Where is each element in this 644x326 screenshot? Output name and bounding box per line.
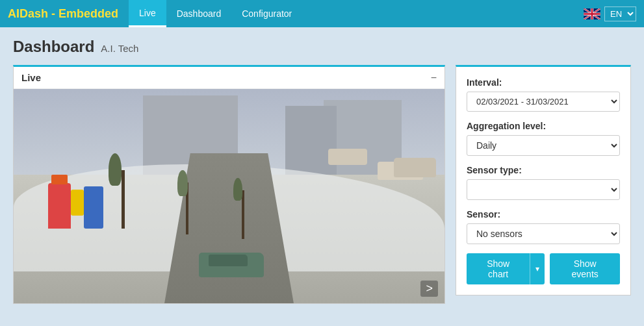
show-chart-button[interactable]: Show chart — [467, 253, 530, 284]
brand-prefix: AI — [8, 7, 19, 20]
show-chart-dropdown-button[interactable]: ▾ — [530, 253, 545, 284]
language-select[interactable]: EN — [604, 6, 636, 21]
main-layout: Live − — [13, 65, 631, 304]
car-2 — [394, 158, 436, 177]
aggregation-select[interactable]: Daily Weekly Monthly Hourly — [467, 135, 620, 156]
sensor-type-label: Sensor type: — [467, 165, 620, 175]
interval-select[interactable]: 02/03/2021 - 31/03/2021 — [467, 92, 620, 112]
navbar: AIDash - Embedded Live Dashboard Configu… — [0, 0, 644, 27]
video-scene: > — [14, 89, 444, 303]
live-video-container: > — [14, 89, 444, 303]
car-3 — [328, 149, 367, 165]
flag-icon — [584, 8, 600, 19]
live-panel-title: Live — [21, 72, 41, 83]
brand: AIDash - Embedded — [8, 7, 118, 21]
nav-link-configurator[interactable]: Configurator — [231, 0, 302, 27]
live-panel-header: Live − — [14, 67, 444, 89]
tree-1-top — [109, 153, 122, 186]
nav-links: Live Dashboard Configurator — [129, 0, 302, 27]
tree-1-trunk — [122, 170, 125, 229]
sensor-label: Sensor: — [467, 209, 620, 219]
action-buttons: Show chart ▾ Show events — [467, 253, 620, 284]
right-panel: Interval: 02/03/2021 - 31/03/2021 Aggreg… — [456, 65, 631, 295]
page-content: Dashboard A.I. Tech Live − — [0, 27, 644, 314]
interval-field: Interval: 02/03/2021 - 31/03/2021 — [467, 77, 620, 112]
nav-link-dashboard[interactable]: Dashboard — [166, 0, 232, 27]
aggregation-label: Aggregation level: — [467, 121, 620, 131]
page-subtitle: A.I. Tech — [101, 43, 138, 54]
minimize-button[interactable]: − — [431, 73, 437, 83]
tree-3-top — [233, 178, 242, 201]
tree-3-trunk — [242, 190, 244, 239]
show-events-button[interactable]: Show events — [550, 253, 620, 284]
chevron-button[interactable]: > — [420, 281, 438, 297]
foreground-car — [199, 253, 264, 277]
interval-label: Interval: — [467, 77, 620, 88]
sensor-type-field: Sensor type: — [467, 165, 620, 200]
lang-selector: EN — [584, 6, 636, 21]
page-title: Dashboard — [13, 38, 94, 56]
aggregation-field: Aggregation level: Daily Weekly Monthly … — [467, 121, 620, 156]
brand-suffix: Dash - Embedded — [19, 7, 118, 20]
nav-link-live[interactable]: Live — [129, 0, 166, 27]
sensor-type-select[interactable] — [467, 179, 620, 200]
tree-2-top — [177, 170, 188, 196]
show-chart-group: Show chart ▾ — [467, 253, 545, 284]
live-panel: Live − — [13, 65, 445, 304]
sensor-field: Sensor: No sensors — [467, 209, 620, 244]
sensor-select[interactable]: No sensors — [467, 223, 620, 244]
page-title-area: Dashboard A.I. Tech — [13, 38, 631, 56]
